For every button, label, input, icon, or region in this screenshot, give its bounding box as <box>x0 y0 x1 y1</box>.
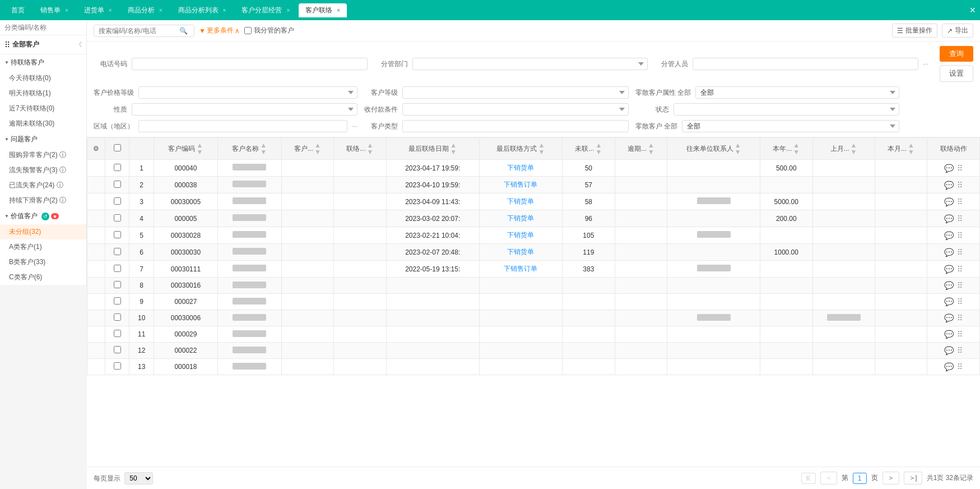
row-checkbox[interactable] <box>114 164 121 171</box>
contact-method-link[interactable]: 下销货单 <box>507 231 534 239</box>
more-action-icon[interactable]: ⠿ <box>957 181 963 190</box>
export-button[interactable]: ↗ 导出 <box>942 24 973 38</box>
contact-icon[interactable]: 💬 <box>944 231 954 240</box>
filter-more-conditions[interactable]: ▼ 更多条件 ∧ <box>199 26 240 35</box>
row-checkbox[interactable] <box>114 181 121 188</box>
sidebar-section-value[interactable]: ▼ 价值客户 ↺ ● <box>0 208 86 224</box>
more-action-icon[interactable]: ⠿ <box>957 164 963 173</box>
tab-product-analysis-close[interactable]: × <box>159 7 162 13</box>
per-page-select[interactable]: 50 100 200 <box>124 472 153 485</box>
more-action-icon[interactable]: ⠿ <box>957 362 963 371</box>
tab-customer-segment-close[interactable]: × <box>286 7 290 13</box>
all-customers-header[interactable]: ⠿ 全部客户 《 <box>0 35 86 54</box>
manager-dots-icon[interactable]: ··· <box>923 60 928 68</box>
row-checkbox[interactable] <box>114 297 121 305</box>
filter-search-input[interactable] <box>99 27 177 35</box>
contact-method-link[interactable]: 下销货单 <box>507 164 534 172</box>
contact-icon[interactable]: 💬 <box>944 297 954 306</box>
row-checkbox[interactable] <box>114 346 121 353</box>
contact-method-link[interactable]: 下销售订单 <box>504 265 537 273</box>
sidebar-item-class-b[interactable]: B类客户(33) <box>0 255 86 270</box>
th-overdue[interactable]: 逾期...▲▼ <box>615 138 667 160</box>
customer-type-input[interactable] <box>402 120 628 132</box>
contact-method-link[interactable]: 下销货单 <box>507 248 534 256</box>
th-last-contact-method[interactable]: 最后联络方式▲▼ <box>479 138 562 160</box>
contact-icon[interactable]: 💬 <box>944 265 954 274</box>
sidebar-item-abnormal[interactable]: 囤购异常客户(2) ⓘ <box>0 147 86 163</box>
batch-op-button[interactable]: ☰ 批量操作 <box>892 24 937 38</box>
retail-attr-select[interactable]: 全部 <box>695 86 899 99</box>
more-action-icon[interactable]: ⠿ <box>957 313 963 322</box>
my-customers-checkbox[interactable] <box>244 27 252 34</box>
tab-customer-segment[interactable]: 客户分层经营 × <box>235 3 296 17</box>
tab-purchase[interactable]: 进货单 × <box>77 3 119 17</box>
more-action-icon[interactable]: ⠿ <box>957 297 963 306</box>
sidebar-item-class-c[interactable]: C类客户(6) <box>0 270 86 285</box>
prev-page-button[interactable]: ＜ <box>820 472 837 485</box>
more-action-icon[interactable]: ⠿ <box>957 248 963 257</box>
th-this-month[interactable]: 本月...▲▼ <box>875 138 927 160</box>
price-level-select[interactable] <box>138 86 357 99</box>
th-last-month[interactable]: 上月...▲▼ <box>812 138 875 160</box>
contact-icon[interactable]: 💬 <box>944 313 954 322</box>
tab-customer-contact-close[interactable]: × <box>337 7 340 13</box>
th-contact[interactable]: 联络...▲▼ <box>334 138 387 160</box>
manager-input[interactable] <box>693 58 918 70</box>
contact-icon[interactable]: 💬 <box>944 197 954 206</box>
phone-input[interactable] <box>132 58 368 70</box>
row-checkbox[interactable] <box>114 265 121 272</box>
more-action-icon[interactable]: ⠿ <box>957 214 963 223</box>
contact-method-link[interactable]: 下销售订单 <box>504 181 537 188</box>
tab-customer-contact[interactable]: 客户联络 × <box>299 3 347 17</box>
th-last-contact-date[interactable]: 最后联络日期▲▼ <box>386 138 479 160</box>
contact-icon[interactable]: 💬 <box>944 164 954 173</box>
th-name[interactable]: 客户名称 ▲▼ <box>217 138 281 160</box>
contact-icon[interactable]: 💬 <box>944 362 954 371</box>
refresh-icon[interactable]: ↺ <box>41 213 49 220</box>
sidebar-item-churn-warning[interactable]: 流失预警客户(3) ⓘ <box>0 163 86 178</box>
collapse-icon[interactable]: 《 <box>76 40 82 49</box>
sidebar-item-overdue[interactable]: 逾期未联络(30) <box>0 116 86 131</box>
region-input[interactable] <box>138 120 347 132</box>
contact-icon[interactable]: 💬 <box>944 330 954 339</box>
sidebar-item-class-a[interactable]: A类客户(1) <box>0 239 86 255</box>
row-checkbox[interactable] <box>114 362 121 370</box>
tab-sales-close[interactable]: × <box>65 7 68 13</box>
filter-search-icon[interactable]: 🔍 <box>179 27 188 35</box>
row-checkbox[interactable] <box>114 281 121 288</box>
status-select[interactable] <box>674 103 899 116</box>
tab-product-analysis-list[interactable]: 商品分析列表 × <box>171 3 233 17</box>
sidebar-item-lost[interactable]: 已流失客户(24) ⓘ <box>0 178 86 193</box>
contact-icon[interactable]: 💬 <box>944 214 954 223</box>
tab-product-analysis[interactable]: 商品分析 × <box>121 3 169 17</box>
th-this-year[interactable]: 本年...▲▼ <box>760 138 812 160</box>
dept-select[interactable] <box>412 58 648 70</box>
sidebar-item-tomorrow[interactable]: 明天待联络(1) <box>0 86 86 101</box>
more-action-icon[interactable]: ⠿ <box>957 265 963 274</box>
more-action-icon[interactable]: ⠿ <box>957 330 963 339</box>
sidebar-item-today[interactable]: 今天待联络(0) <box>0 71 86 86</box>
contact-icon[interactable]: 💬 <box>944 181 954 190</box>
contact-icon[interactable]: 💬 <box>944 248 954 257</box>
tab-purchase-close[interactable]: × <box>109 7 112 13</box>
row-checkbox[interactable] <box>114 214 121 222</box>
customer-level-select[interactable] <box>402 86 628 99</box>
query-button[interactable]: 查询 <box>940 46 973 62</box>
select-all-checkbox[interactable] <box>114 144 121 151</box>
retail-customer-select[interactable]: 全部 <box>682 120 899 132</box>
th-type[interactable]: 客户...▲▼ <box>281 138 334 160</box>
sidebar-section-pending[interactable]: ▼ 待联络客户 <box>0 54 86 71</box>
tab-sales[interactable]: 销售单 × <box>34 3 75 17</box>
nature-select[interactable] <box>132 103 357 116</box>
tab-product-analysis-list-close[interactable]: × <box>223 7 226 13</box>
more-action-icon[interactable]: ⠿ <box>957 281 963 290</box>
row-checkbox[interactable] <box>114 231 121 238</box>
th-code[interactable]: 客户编码 ▲▼ <box>154 138 218 160</box>
region-dots-icon[interactable]: ··· <box>352 122 357 130</box>
sidebar-item-7days[interactable]: 近7天待联络(0) <box>0 101 86 116</box>
contact-icon[interactable]: 💬 <box>944 281 954 290</box>
first-page-button[interactable]: K <box>801 473 816 484</box>
next-page-button[interactable]: ＞ <box>883 472 899 485</box>
sidebar-section-problem[interactable]: ▼ 问题客户 <box>0 131 86 147</box>
last-page-button[interactable]: ＞| <box>904 472 922 485</box>
